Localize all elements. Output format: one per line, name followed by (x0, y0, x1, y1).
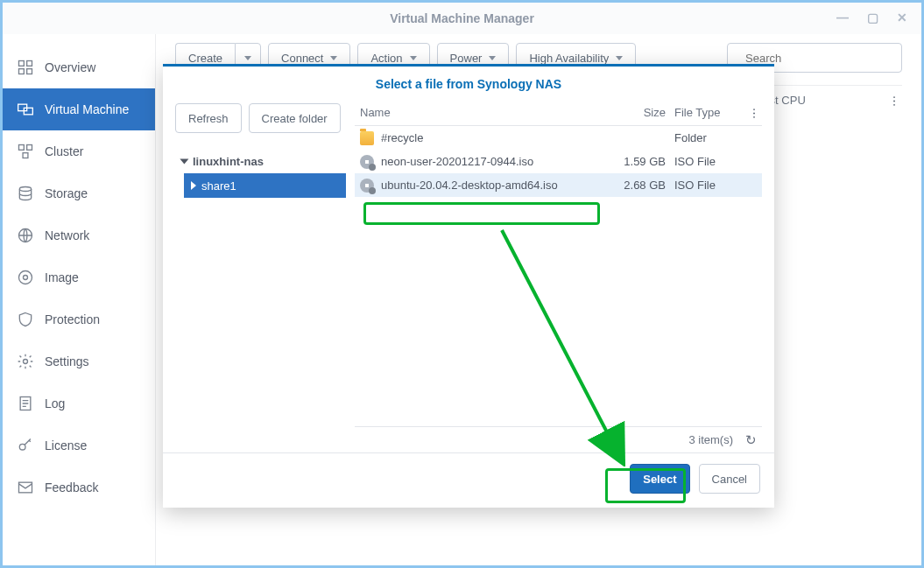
gear-icon (17, 353, 34, 370)
search-input[interactable] (744, 51, 894, 66)
tree-node-share1[interactable]: share1 (184, 173, 346, 198)
svg-point-11 (19, 271, 32, 284)
key-icon (17, 437, 34, 454)
svg-rect-6 (19, 145, 25, 151)
mail-icon (17, 479, 34, 496)
item-count: 3 item(s) (688, 433, 733, 446)
sidebar-item-label: License (45, 438, 87, 452)
file-status-bar: 3 item(s) ↻ (355, 426, 762, 452)
vm-icon (17, 101, 34, 118)
caret-down-icon (489, 56, 496, 60)
iso-icon (360, 155, 374, 169)
tree-caret-icon (180, 159, 188, 165)
protection-icon (17, 311, 34, 328)
sidebar-item-label: Cluster (45, 144, 83, 158)
dialog-title: Select a file from Synology NAS (163, 67, 774, 100)
caret-down-icon (616, 56, 623, 60)
svg-rect-16 (19, 482, 32, 493)
app-window: Virtual Machine Manager — ▢ ✕ Overview V… (0, 0, 924, 568)
sidebar-item-storage[interactable]: Storage (3, 172, 155, 214)
sidebar-item-log[interactable]: Log (3, 382, 155, 424)
svg-rect-7 (27, 145, 32, 151)
sidebar-item-overview[interactable]: Overview (3, 46, 155, 88)
sidebar-item-feedback[interactable]: Feedback (3, 466, 155, 508)
svg-point-9 (19, 187, 31, 192)
svg-rect-1 (27, 61, 32, 67)
maximize-icon[interactable]: ▢ (860, 8, 885, 27)
overview-icon (17, 59, 34, 76)
cancel-button[interactable]: Cancel (699, 464, 760, 494)
tree-node-label: linuxhint-nas (193, 155, 264, 168)
refresh-icon[interactable]: ↻ (745, 432, 757, 448)
log-icon (17, 395, 34, 412)
folder-tree-pane: Refresh Create folder linuxhint-nas shar… (175, 100, 346, 452)
caret-down-icon (244, 56, 251, 60)
image-icon (17, 269, 34, 286)
file-row[interactable]: neon-user-20201217-0944.iso 1.59 GB ISO … (355, 150, 762, 173)
tree-node-root[interactable]: linuxhint-nas (175, 149, 346, 173)
sidebar-item-label: Storage (45, 186, 88, 200)
tree-caret-icon (191, 181, 196, 190)
sidebar-item-label: Virtual Machine (45, 102, 129, 116)
sidebar-item-license[interactable]: License (3, 424, 155, 466)
refresh-button[interactable]: Refresh (175, 103, 242, 133)
file-column-menu-icon[interactable]: ⋯ (746, 106, 762, 119)
sidebar-item-label: Settings (45, 354, 89, 368)
sidebar-item-cluster[interactable]: Cluster (3, 130, 155, 172)
network-icon (17, 227, 34, 244)
column-host-cpu[interactable]: Host CPU (755, 94, 886, 107)
minimize-icon[interactable]: — (830, 8, 855, 27)
sidebar-item-label: Feedback (45, 480, 98, 494)
file-list-pane: Name Size File Type ⋯ #recycle Folder ne… (355, 100, 762, 452)
window-title: Virtual Machine Manager (390, 11, 534, 25)
create-folder-button[interactable]: Create folder (249, 103, 341, 133)
storage-icon (17, 185, 34, 202)
svg-rect-0 (19, 61, 25, 67)
file-row[interactable]: ubuntu-20.04.2-desktop-amd64.iso 2.68 GB… (355, 173, 762, 197)
svg-point-12 (24, 276, 28, 280)
select-button[interactable]: Select (630, 464, 689, 494)
file-list: #recycle Folder neon-user-20201217-0944.… (355, 126, 762, 426)
caret-down-icon (330, 56, 337, 60)
sidebar-item-label: Log (45, 396, 65, 410)
cluster-icon (17, 143, 34, 160)
svg-point-13 (24, 360, 28, 364)
app-icon (11, 8, 31, 27)
close-icon[interactable]: ✕ (890, 8, 914, 27)
column-menu-icon[interactable]: ⋯ (886, 94, 902, 107)
sidebar-item-label: Network (45, 228, 89, 242)
sidebar-item-network[interactable]: Network (3, 214, 155, 256)
sidebar-item-settings[interactable]: Settings (3, 340, 155, 382)
file-column-name[interactable]: Name (355, 106, 603, 119)
file-row[interactable]: #recycle Folder (355, 126, 762, 150)
sidebar: Overview Virtual Machine Cluster Storage… (3, 34, 156, 565)
folder-icon (360, 131, 374, 145)
file-column-size[interactable]: Size (603, 106, 674, 119)
svg-rect-8 (23, 153, 28, 158)
tree-node-label: share1 (201, 179, 236, 193)
sidebar-item-label: Protection (45, 312, 100, 326)
sidebar-item-virtual-machine[interactable]: Virtual Machine (3, 88, 155, 130)
sidebar-item-label: Image (45, 270, 79, 284)
window-controls: — ▢ ✕ (830, 8, 914, 27)
svg-rect-2 (19, 69, 25, 74)
file-picker-dialog: Select a file from Synology NAS Refresh … (163, 64, 774, 508)
sidebar-item-protection[interactable]: Protection (3, 298, 155, 340)
iso-icon (360, 179, 374, 193)
file-column-type[interactable]: File Type (674, 106, 746, 119)
sidebar-item-image[interactable]: Image (3, 256, 155, 298)
window-titlebar: Virtual Machine Manager — ▢ ✕ (3, 3, 921, 34)
svg-point-15 (19, 444, 25, 450)
svg-rect-3 (27, 69, 32, 74)
sidebar-item-label: Overview (45, 60, 95, 74)
caret-down-icon (410, 56, 417, 60)
